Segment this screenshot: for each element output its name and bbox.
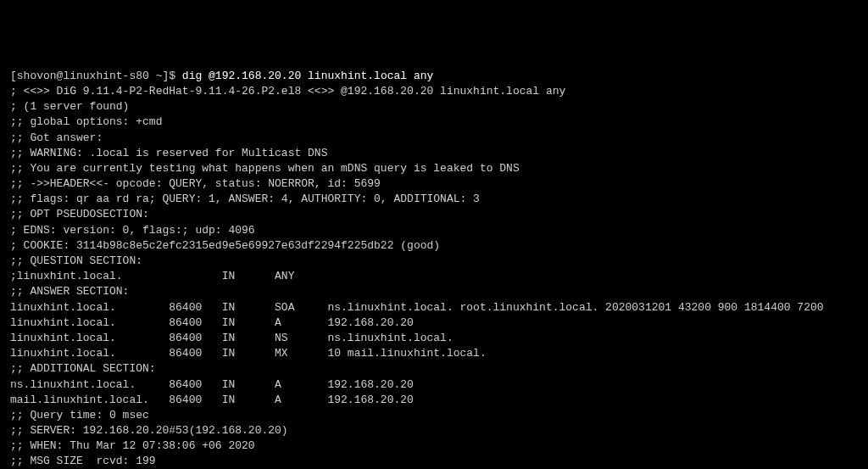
dig-warning-mdns: ;; WARNING: .local is reserved for Multi… — [10, 146, 858, 161]
opt-edns: ; EDNS: version: 0, flags:; udp: 4096 — [10, 223, 858, 238]
query-time: ;; Query time: 0 msec — [10, 408, 858, 423]
dig-global-options: ;; global options: +cmd — [10, 114, 858, 130]
command-text: dig @192.168.20.20 linuxhint.local any — [182, 70, 433, 82]
additional-section-title: ;; ADDITIONAL SECTION: — [10, 361, 858, 377]
dig-header-version: ; <<>> DiG 9.11.4-P2-RedHat-9.11.4-26.P2… — [10, 84, 858, 99]
additional-ns-a-record: ns.linuxhint.local. 86400 IN A 192.168.2… — [10, 377, 858, 393]
shell-prompt: [shovon@linuxhint-s80 ~]$ — [10, 70, 182, 82]
server-info: ;; SERVER: 192.168.20.20#53(192.168.20.2… — [10, 423, 858, 438]
answer-a-record: linuxhint.local. 86400 IN A 192.168.20.2… — [10, 315, 858, 331]
msg-size: ;; MSG SIZE rcvd: 199 — [10, 454, 858, 469]
prompt-line-1: [shovon@linuxhint-s80 ~]$ dig @192.168.2… — [10, 69, 858, 84]
dig-got-answer: ;; Got answer: — [10, 131, 858, 146]
answer-ns-record: linuxhint.local. 86400 IN NS ns.linuxhin… — [10, 331, 858, 346]
dig-header-opcode: ;; ->>HEADER<<- opcode: QUERY, status: N… — [10, 176, 858, 192]
question-section-title: ;; QUESTION SECTION: — [10, 254, 858, 269]
when-timestamp: ;; WHEN: Thu Mar 12 07:38:06 +06 2020 — [10, 438, 858, 454]
opt-cookie: ; COOKIE: 3114b98c8e5c2efc2315ed9e5e6992… — [10, 238, 858, 254]
additional-mail-a-record: mail.linuxhint.local. 86400 IN A 192.168… — [10, 393, 858, 408]
opt-pseudosection-title: ;; OPT PSEUDOSECTION: — [10, 207, 858, 222]
question-record: ;linuxhint.local. IN ANY — [10, 269, 858, 284]
answer-soa-record: linuxhint.local. 86400 IN SOA ns.linuxhi… — [10, 300, 858, 315]
answer-mx-record: linuxhint.local. 86400 IN MX 10 mail.lin… — [10, 346, 858, 361]
answer-section-title: ;; ANSWER SECTION: — [10, 284, 858, 299]
terminal-output[interactable]: [shovon@linuxhint-s80 ~]$ dig @192.168.2… — [10, 69, 858, 469]
dig-warning-testing: ;; You are currently testing what happen… — [10, 161, 858, 176]
dig-server-found: ; (1 server found) — [10, 99, 858, 114]
dig-flags: ;; flags: qr aa rd ra; QUERY: 1, ANSWER:… — [10, 192, 858, 207]
